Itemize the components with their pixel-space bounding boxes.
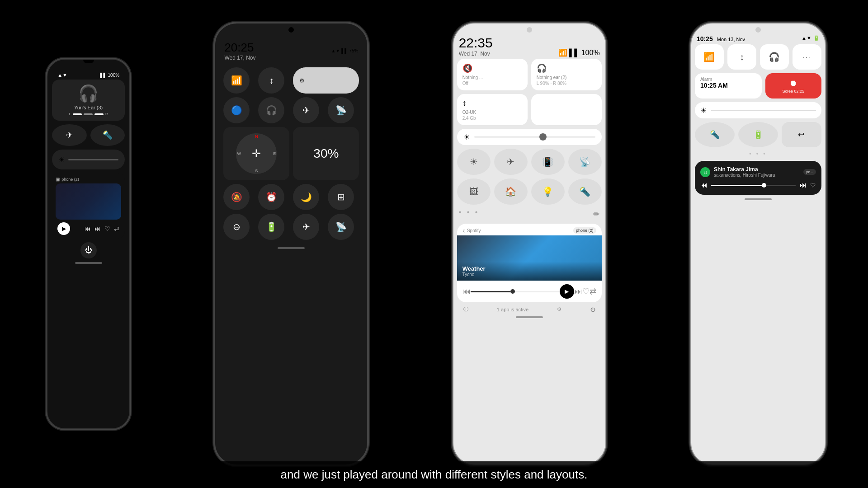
- nothing-tile[interactable]: 🔇 Nothing ... Off: [457, 59, 528, 90]
- data-toggle-button[interactable]: ↕: [258, 67, 284, 94]
- airplane2-button[interactable]: ✈: [293, 214, 319, 240]
- flashlight-button[interactable]: 🔦: [90, 124, 125, 146]
- battery-saver-btn[interactable]: 🔋: [738, 122, 778, 147]
- wifi-button[interactable]: 📶: [223, 67, 250, 94]
- minus-button[interactable]: ⊖: [223, 214, 250, 240]
- compass-circle: ✛ N S W E: [236, 133, 277, 174]
- settings-wide-button[interactable]: ⚙: [293, 67, 359, 94]
- earbuds-name: Yuri's Ear (3): [57, 105, 120, 110]
- empty-tile: [531, 94, 602, 125]
- phone-badge-text: phone (2): [61, 177, 79, 182]
- status-icons: ▲▼ 🔋: [802, 35, 820, 42]
- bulb-btn[interactable]: 💡: [531, 178, 565, 205]
- screen-record-tile[interactable]: ⏺ Scree 02:25: [765, 73, 821, 99]
- heart-btn[interactable]: ♡: [810, 182, 816, 189]
- battery-pct: 100%: [108, 73, 120, 78]
- airplane-btn[interactable]: ✈: [494, 149, 528, 175]
- brightness-btn[interactable]: ☀: [457, 149, 491, 175]
- battery-button[interactable]: 🔋: [258, 214, 284, 240]
- hotspot2-button[interactable]: 📡: [328, 214, 354, 240]
- earbuds-btn[interactable]: 🎧: [760, 44, 789, 70]
- airplane-button[interactable]: ✈: [52, 124, 87, 146]
- progress-fill: [711, 185, 762, 186]
- brightness-icon: ☀: [463, 133, 470, 141]
- phone-2-controls-grid: 📶 ↕ ⚙ 🔵 🎧 ✈ 📡 ✛ N S: [220, 65, 363, 243]
- bedtime-button[interactable]: 🌙: [293, 184, 319, 210]
- wifi-icon: ▲▼: [331, 48, 340, 53]
- p3-status-icons: 📶 ▌▌ 100%: [558, 48, 600, 57]
- dnd-button[interactable]: 🔕: [223, 184, 250, 210]
- play-button[interactable]: ▶: [57, 222, 70, 235]
- phone-4: 10:25 Mon 13, Nov ▲▼ 🔋 📶 ↕ 🎧 ··· Alarm: [690, 23, 826, 465]
- screen-button[interactable]: ⊞: [328, 184, 354, 210]
- phone-3-brightness-slider[interactable]: ☀: [457, 129, 602, 145]
- phone-4-brightness-slider[interactable]: ☀: [695, 102, 821, 118]
- data-btn[interactable]: ↕: [727, 44, 756, 70]
- song-info: Shin Takara Jima sakanactions, Hiroshi F…: [714, 166, 775, 178]
- power-button[interactable]: ⏻: [80, 242, 97, 258]
- power-icon[interactable]: ⏻: [590, 307, 595, 312]
- home-btn[interactable]: 🏠: [494, 178, 528, 205]
- next-icon[interactable]: ⏭: [94, 225, 101, 232]
- hotspot-button[interactable]: 📡: [328, 97, 354, 123]
- edit-icon[interactable]: ✏: [593, 209, 600, 219]
- repeat-icon[interactable]: ⇄: [590, 286, 596, 296]
- prev-icon[interactable]: ⏮: [462, 287, 471, 296]
- torch-btn[interactable]: 🔦: [695, 122, 735, 147]
- music-header: ♫ Shin Takara Jima sakanactions, Hiroshi…: [700, 166, 816, 178]
- more-btn[interactable]: ···: [793, 44, 821, 70]
- signal-bar: ▌▌: [341, 48, 348, 53]
- nothing-tile-icon: 🔇: [462, 63, 522, 73]
- prev-icon[interactable]: ⏮: [85, 225, 91, 232]
- airplane-button[interactable]: ✈: [293, 97, 319, 123]
- phone-3-screen: 22:35 Wed 17, Nov 📶 ▌▌ 100% 🔇 Nothing ..…: [453, 23, 605, 465]
- page-dots: • • •: [695, 151, 821, 157]
- bluetooth-button[interactable]: 🔵: [223, 97, 250, 123]
- network-tile[interactable]: ↕ O2-UK 2.4 Gb: [457, 94, 528, 125]
- music-album-bg: Weather Tycho: [457, 235, 602, 281]
- record-icon: ⏺: [789, 79, 797, 88]
- play-button[interactable]: ▶: [560, 284, 574, 299]
- next-icon[interactable]: ⏭: [574, 287, 582, 296]
- phone-4-status-bar: 10:25 Mon 13, Nov ▲▼ 🔋: [695, 23, 821, 44]
- page-dots: • • •: [459, 208, 480, 216]
- earbuds-button[interactable]: 🎧: [258, 97, 284, 123]
- alarm-button[interactable]: ⏰: [258, 184, 284, 210]
- phone-3-tiles-row2: ↕ O2-UK 2.4 Gb: [457, 94, 602, 125]
- earbuds-tile[interactable]: 🎧 Nothing ear (2) L 90% · R 80%: [531, 59, 602, 90]
- progress-dot: [510, 289, 515, 294]
- time-area: 20:25 Wed 17, Nov: [224, 41, 255, 61]
- network-tile-sub: 2.4 Gb: [462, 116, 522, 121]
- earbuds-icon: 🎧: [57, 84, 120, 103]
- alarm-tile[interactable]: Alarm 10:25 AM: [695, 73, 762, 99]
- battery-pct: 75%: [349, 48, 358, 53]
- time-area: 22:35 Wed 17, Nov: [459, 35, 493, 57]
- phone-3-bottom-bar: ⓘ 1 app is active ⚙ ⏻: [457, 302, 602, 314]
- settings-icon[interactable]: ⚙: [557, 306, 561, 312]
- spotify-icon: ♫: [700, 167, 710, 177]
- music-controls: ▶ ⏮ ⏭ ♡ ⇄: [56, 222, 121, 235]
- vibrate-btn[interactable]: 📳: [531, 149, 565, 175]
- earbuds-tile-sub: L 90% · R 80%: [537, 81, 596, 86]
- prev-btn[interactable]: ⏮: [700, 181, 708, 189]
- heart-icon[interactable]: ♡: [582, 286, 590, 296]
- home-indicator: [745, 198, 772, 200]
- photo-btn[interactable]: 🖼: [457, 178, 491, 205]
- brightness-track: [474, 136, 595, 138]
- wifi-btn[interactable]: 📶: [695, 44, 724, 70]
- flashlight-btn[interactable]: 🔦: [568, 178, 602, 205]
- music-controls: ⏮ ⏭ ♡: [700, 181, 816, 189]
- heart-icon[interactable]: ♡: [104, 225, 110, 232]
- compass-labels: N S W E: [236, 133, 277, 174]
- phone-3-quick-row1: ☀ ✈ 📳 📡: [457, 149, 602, 175]
- signal-icon: ▌▌: [569, 49, 580, 57]
- hotspot-btn[interactable]: 📡: [568, 149, 602, 175]
- alarm-label: Alarm: [700, 77, 756, 82]
- repeat-icon[interactable]: ⇄: [114, 225, 119, 232]
- rotate-tile[interactable]: ↩: [782, 122, 821, 147]
- next-btn[interactable]: ⏭: [799, 181, 807, 189]
- music-controls: ⏮ ▶ ⏭ ♡ ⇄: [457, 281, 602, 302]
- percent-value: 30%: [313, 146, 339, 161]
- phone-1-brightness-slider[interactable]: ☀: [52, 150, 125, 169]
- battery-icon: 🔋: [813, 35, 820, 42]
